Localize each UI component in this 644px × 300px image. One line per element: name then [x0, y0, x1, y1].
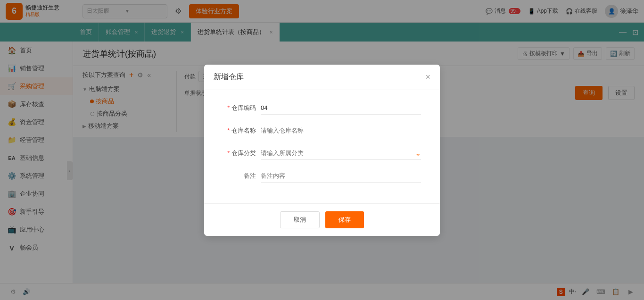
name-label: * 仓库名称 [223, 126, 261, 135]
note-label: 备注 [223, 172, 261, 180]
form-row-category: * 仓库分类 ⌄ [223, 147, 421, 160]
name-input[interactable] [261, 124, 421, 137]
code-label: * 仓库编码 [223, 104, 261, 112]
category-select-wrapper: ⌄ [261, 147, 421, 160]
modal-header: 新增仓库 × [204, 65, 440, 90]
form-row-note: 备注 [223, 169, 421, 183]
category-input[interactable] [261, 147, 415, 159]
modal-overlay[interactable]: 新增仓库 × * 仓库编码 * 仓库名称 [0, 0, 644, 300]
name-required: * [227, 127, 230, 134]
modal-footer: 取消 保存 [204, 203, 440, 236]
cancel-button[interactable]: 取消 [280, 211, 320, 228]
note-input[interactable] [261, 169, 421, 183]
modal-close-button[interactable]: × [425, 72, 430, 82]
category-required: * [227, 150, 230, 157]
new-warehouse-modal: 新增仓库 × * 仓库编码 * 仓库名称 [204, 65, 440, 236]
category-label: * 仓库分类 [223, 149, 261, 158]
save-button[interactable]: 保存 [325, 211, 364, 228]
modal-title: 新增仓库 [214, 72, 244, 82]
form-row-code: * 仓库编码 [223, 101, 421, 115]
category-dropdown-icon[interactable]: ⌄ [415, 149, 421, 158]
code-input[interactable] [261, 101, 421, 115]
code-required: * [227, 104, 230, 111]
modal-body: * 仓库编码 * 仓库名称 * 仓库分类 [204, 90, 440, 203]
form-row-name: * 仓库名称 [223, 124, 421, 137]
